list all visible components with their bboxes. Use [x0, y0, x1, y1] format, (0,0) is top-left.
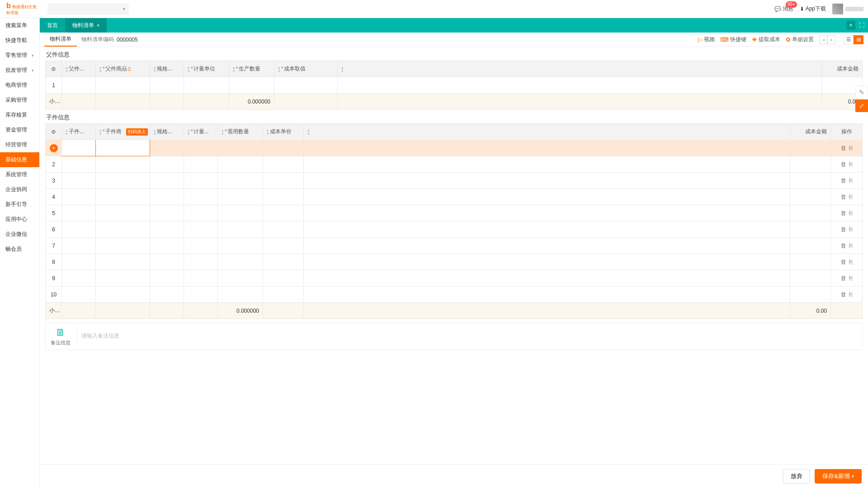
- delete-icon[interactable]: 🗑: [840, 226, 846, 233]
- copy-icon[interactable]: ⎘: [849, 177, 853, 184]
- gear-icon[interactable]: ⚙: [51, 129, 56, 135]
- child-section-title: 子件信息: [40, 110, 868, 123]
- delete-icon[interactable]: 🗑: [840, 177, 846, 184]
- expand-icon[interactable]: ⛶: [859, 22, 864, 28]
- remark-block: 🗎 备注信息: [45, 323, 863, 350]
- copy-icon[interactable]: ⎘: [849, 145, 853, 151]
- help-icon[interactable]: ⍰: [127, 66, 131, 71]
- messages-button[interactable]: 💬 消息 99+: [774, 5, 793, 13]
- note-icon: 🗎: [49, 327, 72, 338]
- prev-doc[interactable]: ◂: [819, 35, 827, 44]
- page-tabs: 物料清单 物料清单编码 0000005 ▷视频 ⌨快捷键 ❖提取成本 ✿单据设置…: [40, 33, 868, 47]
- copy-icon[interactable]: ⎘: [849, 242, 853, 249]
- save-new-button[interactable]: 保存&新增▾: [815, 469, 862, 483]
- chevron-down-icon: ▾: [123, 6, 125, 11]
- user-menu[interactable]: [832, 4, 863, 14]
- play-icon: ▷: [698, 36, 703, 43]
- copy-icon[interactable]: ⎘: [849, 291, 853, 298]
- sidebar-item-5[interactable]: 采购管理: [0, 93, 39, 108]
- video-link[interactable]: ▷视频: [698, 36, 715, 43]
- discard-button[interactable]: 放弃: [783, 469, 810, 483]
- expand-float-button[interactable]: ⤢: [855, 99, 868, 112]
- keyboard-icon: ⌨: [720, 36, 729, 43]
- copy-icon[interactable]: ⎘: [849, 226, 853, 233]
- gear-icon[interactable]: ⚙: [51, 66, 56, 72]
- doc-settings-link[interactable]: ✿单据设置: [786, 36, 814, 43]
- sidebar-item-15[interactable]: 畅会员: [0, 242, 39, 257]
- extract-cost-link[interactable]: ❖提取成本: [752, 36, 780, 43]
- edit-float-button[interactable]: ✎: [855, 86, 868, 99]
- table-row[interactable]: 2🗑⎘: [46, 156, 863, 173]
- avatar-icon: [832, 4, 843, 14]
- code-value: 0000005: [117, 37, 138, 43]
- tabs-bar: 首页 物料清单 × × ⛶: [40, 18, 868, 33]
- view-list[interactable]: ☰: [844, 35, 854, 44]
- table-row[interactable]: 4🗑⎘: [46, 189, 863, 205]
- copy-icon[interactable]: ⎘: [849, 275, 853, 282]
- sidebar-item-11[interactable]: 企业协同: [0, 182, 39, 197]
- brand-logo: b 畅捷通好生意 标准版: [5, 2, 38, 16]
- close-icon[interactable]: ×: [97, 23, 99, 28]
- copy-icon[interactable]: ⎘: [849, 258, 853, 265]
- view-form[interactable]: ▤: [854, 35, 863, 44]
- table-row[interactable]: 9🗑⎘: [46, 270, 863, 286]
- close-all-tabs[interactable]: ×: [846, 21, 855, 30]
- extract-icon: ❖: [752, 36, 757, 43]
- badge-count: 99+: [786, 1, 797, 8]
- delete-icon[interactable]: 🗑: [840, 193, 846, 200]
- delete-icon[interactable]: 🗑: [840, 242, 846, 249]
- app-download-button[interactable]: ⬇ App下载: [800, 5, 826, 13]
- org-selector[interactable]: ▾: [47, 3, 129, 15]
- sidebar-item-0[interactable]: 搜索菜单: [0, 18, 39, 33]
- sidebar-item-1[interactable]: 快捷导航: [0, 33, 39, 48]
- table-row[interactable]: 6🗑⎘: [46, 221, 863, 238]
- sidebar-item-12[interactable]: 新手引导: [0, 197, 39, 212]
- tab-bom[interactable]: 物料清单 ×: [65, 18, 107, 33]
- table-row[interactable]: 1: [46, 77, 863, 94]
- copy-icon[interactable]: ⎘: [849, 193, 853, 200]
- sidebar-item-8[interactable]: 经营管理: [0, 137, 39, 152]
- chevron-down-icon: ▾: [32, 68, 34, 73]
- delete-icon[interactable]: 🗑: [840, 291, 846, 298]
- tab-home[interactable]: 首页: [40, 18, 65, 33]
- copy-icon[interactable]: ⎘: [849, 210, 853, 216]
- gear-icon: ✿: [786, 36, 791, 43]
- scan-badge[interactable]: 扫码录入: [126, 128, 148, 136]
- app-header: b 畅捷通好生意 标准版 ▾ 💬 消息 99+ ⬇ App下载: [0, 0, 868, 18]
- delete-icon[interactable]: 🗑: [840, 258, 846, 265]
- sidebar-item-4[interactable]: 电商管理: [0, 78, 39, 93]
- subtotal-row: 小计0.0000000.00: [46, 303, 863, 319]
- sidebar-item-9[interactable]: 基础信息: [0, 152, 39, 167]
- table-row[interactable]: 5🗑⎘: [46, 205, 863, 221]
- table-row[interactable]: 8🗑⎘: [46, 254, 863, 270]
- add-row-button[interactable]: +: [50, 144, 58, 152]
- delete-icon[interactable]: 🗑: [840, 145, 846, 151]
- sidebar-item-2[interactable]: 零售管理▾: [0, 48, 39, 63]
- subtotal-row: 小计 0.000000 0.00: [46, 94, 863, 110]
- sidebar-item-3[interactable]: 批发管理▾: [0, 63, 39, 78]
- delete-icon[interactable]: 🗑: [840, 161, 846, 168]
- shortcut-link[interactable]: ⌨快捷键: [720, 36, 746, 43]
- table-row[interactable]: +🗑⎘: [46, 140, 863, 156]
- sidebar-item-10[interactable]: 系统管理: [0, 167, 39, 182]
- sidebar-item-6[interactable]: 库存核算: [0, 108, 39, 122]
- delete-icon[interactable]: 🗑: [840, 275, 846, 282]
- chevron-down-icon: ▾: [32, 53, 34, 58]
- copy-icon[interactable]: ⎘: [849, 161, 853, 168]
- parent-section-title: 父件信息: [40, 47, 868, 61]
- right-float-tools: ✎ ⤢: [855, 86, 868, 113]
- page-tab-bom[interactable]: 物料清单: [44, 33, 77, 47]
- sidebar-item-13[interactable]: 应用中心: [0, 212, 39, 227]
- delete-icon[interactable]: 🗑: [840, 210, 846, 216]
- table-row[interactable]: 3🗑⎘: [46, 173, 863, 189]
- next-doc[interactable]: ▸: [827, 35, 835, 44]
- download-icon: ⬇: [800, 6, 804, 12]
- child-table: ⚙ ▴▾子件... ▴▾*子件商扫码录入 ▴▾规格... ▴▾*计量... ▴▾…: [45, 123, 863, 319]
- parent-table: ⚙ ▴▾父件... ▴▾*父件商品 ⍰ ▴▾规格... ▴▾*计量单位 ▴▾*生…: [45, 61, 863, 110]
- remark-input[interactable]: [76, 327, 859, 345]
- sidebar-item-7[interactable]: 资金管理: [0, 122, 39, 137]
- footer-bar: 放弃 保存&新增▾: [40, 464, 868, 488]
- table-row[interactable]: 10🗑⎘: [46, 286, 863, 303]
- table-row[interactable]: 7🗑⎘: [46, 238, 863, 254]
- sidebar-item-14[interactable]: 企业微信: [0, 227, 39, 242]
